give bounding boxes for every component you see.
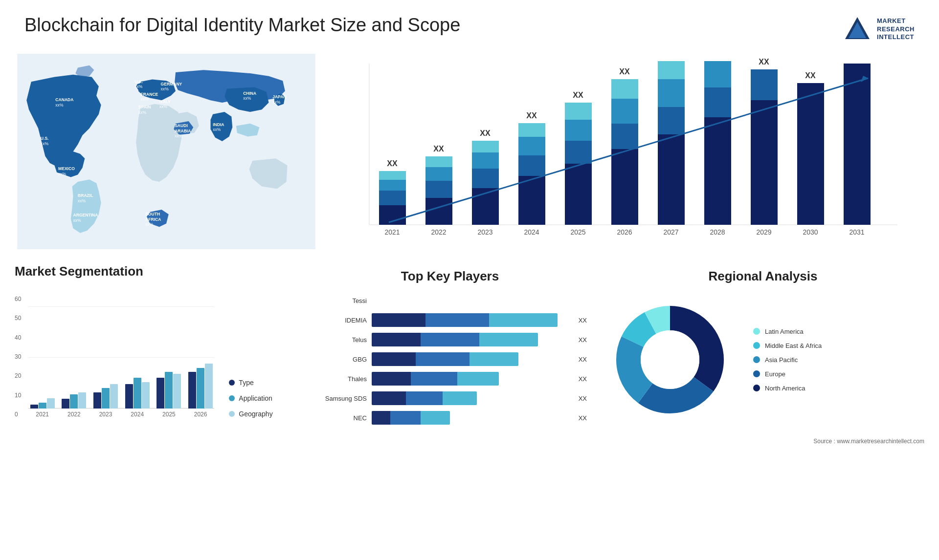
svg-text:XX: XX — [619, 67, 630, 76]
player-bar-nec — [372, 411, 570, 425]
seg-bar-type — [62, 399, 69, 409]
seg-bar-geo — [78, 392, 86, 409]
seg-bar-geo — [110, 384, 118, 409]
legend-latin-america: Latin America — [753, 328, 822, 335]
mexico-value: xx% — [58, 172, 67, 176]
seg-bar-app — [102, 388, 110, 409]
regional-content: Latin America Middle East & Africa Asia … — [602, 291, 924, 428]
svg-rect-56 — [797, 83, 824, 225]
svg-rect-24 — [518, 155, 545, 176]
svg-text:2022: 2022 — [431, 228, 446, 236]
legend-asia-pacific: Asia Pacific — [753, 356, 822, 364]
svg-rect-37 — [611, 99, 638, 124]
saudi-label2: ARABIA — [175, 129, 191, 133]
seg-bar-geo — [173, 374, 181, 409]
svg-rect-41 — [658, 134, 685, 225]
spain-label: SPAIN — [138, 105, 151, 109]
player-bar-samsung — [372, 391, 570, 405]
logo-icon — [843, 15, 872, 44]
seg-bar-app — [70, 394, 78, 409]
svg-rect-35 — [611, 149, 638, 225]
seg-bar-geo — [205, 364, 213, 409]
svg-rect-12 — [425, 181, 452, 198]
canada-label: CANADA — [55, 97, 73, 102]
player-name-samsung: Samsung SDS — [313, 395, 367, 402]
germany-value: xx% — [161, 86, 169, 91]
spain-value: xx% — [138, 110, 147, 115]
seg-bar-type — [93, 392, 101, 409]
mexico-label: MEXICO — [58, 166, 75, 171]
seg-group-2025 — [155, 286, 183, 409]
player-row-thales: Thales XX — [313, 372, 587, 386]
saudi-label: SAUDI — [175, 123, 188, 128]
donut-chart — [602, 291, 738, 428]
type-dot — [229, 380, 235, 386]
legend-middle-east-label: Middle East & Africa — [765, 342, 822, 349]
svg-text:2031: 2031 — [849, 228, 864, 236]
svg-rect-53 — [751, 69, 778, 100]
segmentation-section: Market Segmentation 0 10 20 30 40 50 60 — [15, 264, 298, 508]
svg-rect-25 — [518, 137, 545, 155]
seg-bar-app — [134, 378, 141, 409]
legend-asia-pacific-label: Asia Pacific — [765, 356, 798, 364]
player-name-thales: Thales — [313, 375, 367, 383]
player-xx-thales: XX — [579, 375, 587, 383]
player-bar-tessi — [372, 294, 587, 307]
seg-bar-geo — [142, 382, 150, 409]
asia-pacific-dot — [753, 356, 760, 363]
header: Blockchain for Digital Identity Market S… — [0, 0, 939, 54]
svg-text:2025: 2025 — [570, 228, 585, 236]
argentina-label: ARGENTINA — [73, 213, 98, 217]
china-value: xx% — [243, 96, 251, 101]
logo-text: MARKETRESEARCHINTELLECT — [877, 17, 915, 42]
player-row-nec: NEC XX — [313, 411, 587, 425]
legend-type: Type — [229, 379, 272, 387]
uk-label: U.K. — [134, 79, 143, 84]
source-text: Source : www.marketresearchintellect.com — [602, 438, 924, 445]
china-label: CHINA — [243, 91, 256, 96]
france-label: FRANCE — [141, 92, 158, 97]
svg-text:XX: XX — [573, 91, 583, 99]
player-bar-telus — [372, 333, 570, 346]
svg-rect-38 — [611, 79, 638, 99]
seg-bar-type — [156, 378, 164, 409]
svg-text:2021: 2021 — [384, 228, 400, 236]
svg-text:XX: XX — [805, 71, 816, 80]
world-map: CANADA xx% U.S. xx% MEXICO xx% BRAZIL xx… — [15, 54, 318, 249]
middle-east-dot — [753, 342, 760, 349]
us-label: U.S. — [41, 136, 49, 141]
svg-text:XX: XX — [526, 111, 537, 120]
map-section: CANADA xx% U.S. xx% MEXICO xx% BRAZIL xx… — [15, 54, 328, 259]
north-america-dot — [753, 385, 760, 391]
svg-rect-20 — [472, 141, 499, 152]
latin-america-dot — [753, 328, 760, 335]
logo-area: MARKETRESEARCHINTELLECT — [843, 15, 915, 44]
svg-rect-48 — [704, 87, 731, 117]
saudi-value: xx% — [175, 133, 183, 138]
seg-bar-app — [39, 403, 46, 409]
us-value: xx% — [41, 141, 49, 146]
legend-latin-america-label: Latin America — [765, 328, 804, 335]
player-name-telus: Telus — [313, 336, 367, 344]
svg-rect-47 — [704, 117, 731, 225]
regional-legend: Latin America Middle East & Africa Asia … — [753, 328, 822, 392]
southafrica-label: SOUTH — [145, 212, 160, 216]
svg-point-70 — [641, 330, 699, 389]
svg-rect-8 — [379, 171, 406, 180]
player-bar-idemia — [372, 313, 570, 327]
player-row-telus: Telus XX — [313, 333, 587, 346]
application-dot — [229, 395, 235, 401]
svg-rect-23 — [518, 176, 545, 225]
svg-text:XX: XX — [480, 129, 491, 137]
svg-rect-13 — [425, 167, 452, 181]
players-title: Top Key Players — [313, 269, 587, 284]
canada-value: xx% — [55, 103, 64, 108]
seg-group-2022 — [60, 286, 88, 409]
seg-group-2021 — [28, 286, 56, 409]
italy-label: ITALY — [159, 99, 171, 104]
legend-geography: Geography — [229, 410, 272, 418]
legend-north-america-label: North America — [765, 385, 805, 392]
france-value: xx% — [141, 97, 149, 102]
india-value: xx% — [213, 127, 221, 132]
svg-text:2023: 2023 — [477, 228, 492, 236]
